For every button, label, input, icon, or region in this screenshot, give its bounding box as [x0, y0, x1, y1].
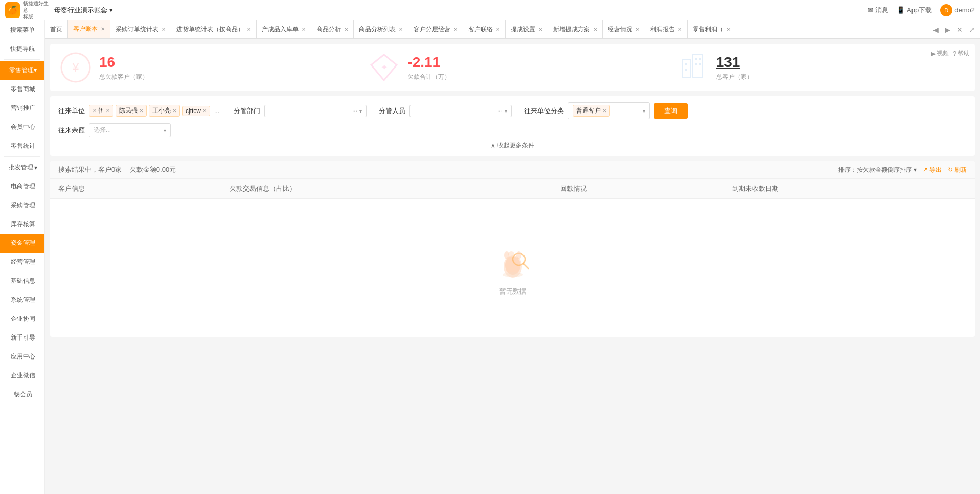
tab-production-inbound[interactable]: 产成品入库单 ✕	[257, 20, 311, 39]
stat-card-credit-customers: ¥ 16 总欠款客户（家）	[50, 44, 358, 91]
tab-close-icon[interactable]: ✕	[101, 26, 105, 32]
sidebar-item-retail-mgmt[interactable]: 零售管理▾	[0, 61, 44, 80]
tab-purchase-order-stats[interactable]: 采购订单统计表 ✕	[110, 20, 171, 39]
tab-close-icon[interactable]: ✕	[538, 27, 542, 32]
sidebar-item-retail-mall[interactable]: 零售商城	[0, 80, 44, 99]
tab-close-icon[interactable]: ✕	[162, 27, 166, 32]
sidebar-item-label: 电商管理	[11, 183, 35, 190]
sidebar-item-label: 基础信息	[11, 277, 35, 284]
tab-close-icon[interactable]: ✕	[593, 27, 597, 32]
sidebar-item-operations-mgmt[interactable]: 经营管理	[0, 253, 44, 272]
tab-close-icon[interactable]: ✕	[247, 27, 251, 32]
sidebar-item-inventory[interactable]: 库存核算	[0, 215, 44, 234]
tab-close-all-btn[interactable]: ✕	[954, 25, 965, 35]
refresh-button[interactable]: ↻ 刷新	[948, 166, 967, 174]
tab-profit-report[interactable]: 利润报告 ✕	[645, 20, 688, 39]
quick-nav-item[interactable]: 快捷导航	[0, 39, 44, 58]
tab-prev-btn[interactable]: ◀	[931, 25, 941, 35]
tab-customer-book[interactable]: 客户账本 ✕	[68, 20, 110, 39]
sort-button[interactable]: 排序：按欠款金额倒序排序 ▾	[838, 166, 917, 174]
unit-category-chevron	[643, 107, 645, 115]
tab-operation-status[interactable]: 经营情况 ✕	[603, 20, 645, 39]
tab-incoming-stats[interactable]: 进货单统计表（按商品） ✕	[171, 20, 257, 39]
sidebar-item-member-center[interactable]: 会员中心	[0, 118, 44, 137]
store-selector[interactable]: 母婴行业演示账套 ▾	[54, 6, 113, 15]
tab-label: 利润报告	[650, 25, 675, 34]
tag-remove-cjttcw[interactable]: ✕	[202, 108, 207, 114]
department-select[interactable]: ···	[264, 105, 367, 117]
query-button[interactable]: 查询	[654, 103, 688, 119]
sidebar-item-purchase-mgmt[interactable]: 采购管理	[0, 196, 44, 215]
tab-new-commission-plan[interactable]: 新增提成方案 ✕	[548, 20, 603, 39]
tab-product-analysis[interactable]: 商品分析 ✕	[311, 20, 354, 39]
export-button[interactable]: ↗ 导出	[923, 166, 942, 174]
app-download-btn[interactable]: 📱 App下载	[897, 6, 932, 15]
tab-commission-settings[interactable]: 提成设置 ✕	[506, 20, 548, 39]
manager-select[interactable]: ···	[409, 105, 512, 117]
sidebar-item-label: 零售统计	[11, 142, 35, 149]
collapse-button[interactable]: ∧ 收起更多条件	[491, 141, 534, 150]
sidebar-item-ecommerce-mgmt[interactable]: 电商管理	[0, 177, 44, 196]
sidebar-item-finance-mgmt[interactable]: 资金管理	[0, 234, 44, 253]
sidebar-item-smooth-member[interactable]: 畅会员	[0, 385, 44, 404]
filter-more-btn[interactable]: ...	[212, 106, 221, 116]
svg-rect-6	[685, 63, 687, 65]
stat-info-credit-amount: -2.11 欠款合计（万）	[407, 54, 450, 81]
sidebar-item-label: 新手引导	[11, 334, 35, 341]
tab-close-icon[interactable]: ✕	[399, 27, 403, 32]
stat-label-credit-customers: 总欠款客户（家）	[99, 73, 148, 81]
tab-fullscreen-btn[interactable]: ⤢	[967, 25, 977, 35]
balance-select[interactable]: 选择...	[89, 123, 171, 137]
sidebar-item-system-mgmt[interactable]: 系统管理	[0, 290, 44, 309]
sidebar-item-label: 资金管理	[11, 239, 35, 246]
tag-label-chenminqiang: 陈民强	[119, 106, 138, 115]
refresh-icon: ↻	[948, 166, 953, 173]
tab-close-icon[interactable]: ✕	[453, 27, 458, 32]
tab-product-analysis-list[interactable]: 商品分析列表 ✕	[354, 20, 408, 39]
tab-label: 首页	[50, 25, 62, 34]
filter-tag-unit: ✕ 伍 ✕	[89, 105, 113, 117]
unit-category-tag-remove[interactable]: ✕	[602, 108, 606, 114]
unit-category-select[interactable]: 普通客户 ✕	[568, 102, 650, 119]
tag-remove-chenminqiang[interactable]: ✕	[139, 108, 143, 114]
help-btn[interactable]: ? 帮助	[953, 49, 970, 58]
tag-remove-unit[interactable]: ✕	[106, 108, 110, 114]
avatar: D	[940, 4, 952, 16]
stat-label-total-customers: 总客户（家）	[716, 73, 753, 81]
tab-label: 采购订单统计表	[116, 25, 158, 34]
tab-customer-segment[interactable]: 客户分层经营 ✕	[408, 20, 463, 39]
user-menu[interactable]: D demo2	[940, 4, 975, 16]
sidebar-item-wholesale-mgmt[interactable]: 批发管理▾	[0, 158, 44, 177]
tag-x-unit[interactable]: ✕	[93, 108, 97, 114]
top-bar: 🍊 畅捷通好生意 标版 母婴行业演示账套 ▾ ✉ 消息 📱 App下载 D de…	[0, 0, 980, 20]
sidebar-item-enterprise-collab[interactable]: 企业协同	[0, 309, 44, 328]
sidebar-item-enterprise-wechat[interactable]: 企业微信	[0, 366, 44, 385]
unit-category-label: 往来单位分类	[524, 106, 564, 116]
expand-icon-2: ▾	[34, 164, 37, 171]
tab-next-btn[interactable]: ▶	[943, 25, 952, 35]
sidebar-item-basic-info[interactable]: 基础信息	[0, 272, 44, 290]
tab-close-icon[interactable]: ✕	[678, 27, 682, 32]
tab-retail-profit[interactable]: 零售利润（ ✕	[688, 20, 736, 39]
video-help-btn[interactable]: ▶ 视频	[931, 49, 949, 58]
data-table: 客户信息 欠款交易信息（占比） 回款情况 到期未收款日期	[50, 179, 975, 199]
sidebar-item-label: 采购管理	[11, 201, 35, 209]
sidebar-item-marketing[interactable]: 营销推广	[0, 99, 44, 118]
sidebar-item-app-center[interactable]: 应用中心	[0, 347, 44, 366]
tab-label: 提成设置	[511, 25, 535, 34]
table-actions: 排序：按欠款金额倒序排序 ▾ ↗ 导出 ↻ 刷新	[838, 166, 967, 174]
tab-close-icon[interactable]: ✕	[496, 27, 500, 32]
tab-customer-contact[interactable]: 客户联络 ✕	[463, 20, 506, 39]
tag-remove-wangxiaoliang[interactable]: ✕	[172, 108, 176, 114]
svg-rect-9	[699, 58, 701, 60]
message-btn[interactable]: ✉ 消息	[868, 6, 888, 15]
svg-rect-7	[685, 69, 687, 71]
sidebar-item-new-guide[interactable]: 新手引导	[0, 328, 44, 347]
sidebar-item-retail-stats[interactable]: 零售统计	[0, 137, 44, 155]
search-menu-item[interactable]: 搜索菜单	[0, 20, 44, 39]
tab-close-icon[interactable]: ✕	[726, 27, 731, 32]
tab-close-icon[interactable]: ✕	[344, 27, 348, 32]
tab-close-icon[interactable]: ✕	[635, 27, 640, 32]
tab-close-icon[interactable]: ✕	[302, 27, 306, 32]
tab-home[interactable]: 首页	[45, 20, 68, 39]
